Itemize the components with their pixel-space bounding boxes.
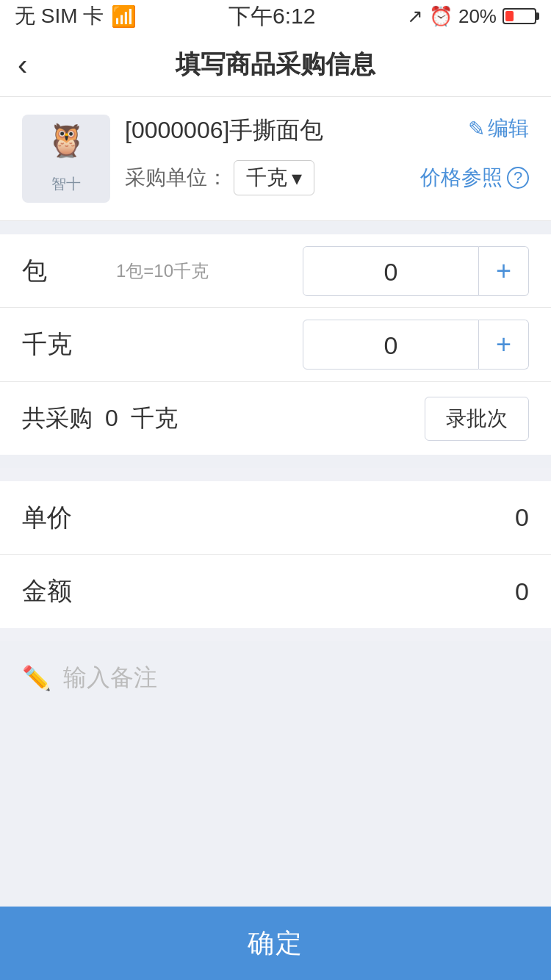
product-name: [0000006]手撕面包 xyxy=(125,115,323,147)
nav-bar: ‹ 填写商品采购信息 xyxy=(0,32,551,97)
total-value: 0 xyxy=(105,405,118,431)
product-header: [0000006]手撕面包 ✎ 编辑 xyxy=(125,115,529,147)
unit-price-label: 单价 xyxy=(22,501,72,535)
total-summary: 共采购 0 千克 xyxy=(22,403,178,435)
status-bar: 无 SIM 卡 📶 下午6:12 ↗ ⏰ 20% xyxy=(0,0,551,32)
price-ref-label: 价格参照 xyxy=(420,164,503,192)
batch-button[interactable]: 录批次 xyxy=(425,397,529,441)
price-section: 单价 0 金额 0 xyxy=(0,481,551,628)
unit-select-button[interactable]: 千克 ▾ xyxy=(234,160,314,195)
quantity-input-section: 包 1包=10千克 0 + 千克 0 + xyxy=(0,234,551,381)
page-title: 填写商品采购信息 xyxy=(176,48,375,82)
bag-label: 包 xyxy=(22,254,110,288)
amount-row: 金额 0 xyxy=(0,555,551,628)
product-thumbnail: 🦉智十 xyxy=(37,133,96,184)
total-row: 共采购 0 千克 录批次 xyxy=(0,381,551,455)
bag-input-control: 0 + xyxy=(209,246,529,296)
amount-label: 金额 xyxy=(22,574,72,608)
unit-label: 采购单位： xyxy=(125,164,228,192)
price-ref-help-icon: ? xyxy=(507,167,529,189)
kg-plus-button[interactable]: + xyxy=(479,320,529,370)
status-left: 无 SIM 卡 📶 xyxy=(15,2,137,30)
battery-percent: 20% xyxy=(458,5,497,28)
kg-input-control: 0 + xyxy=(110,320,529,370)
battery-bar xyxy=(503,8,536,24)
unit-value: 千克 xyxy=(246,164,287,192)
edit-button[interactable]: ✎ 编辑 xyxy=(468,115,529,143)
product-info: [0000006]手撕面包 ✎ 编辑 采购单位： 千克 ▾ 价格参照 ? xyxy=(125,115,529,195)
remarks-section[interactable]: ✏️ 输入备注 xyxy=(0,641,551,715)
bag-number-input[interactable]: 0 xyxy=(303,246,479,296)
product-card: 🦉智十 [0000006]手撕面包 ✎ 编辑 采购单位： 千克 ▾ 价格参照 ? xyxy=(0,97,551,221)
product-unit-row: 采购单位： 千克 ▾ 价格参照 ? xyxy=(125,160,529,195)
product-image: 🦉智十 xyxy=(22,115,110,203)
remarks-placeholder: 输入备注 xyxy=(63,662,157,694)
edit-icon: ✎ xyxy=(468,117,485,141)
kg-input-row: 千克 0 + xyxy=(0,308,551,381)
bag-input-row: 包 1包=10千克 0 + xyxy=(0,234,551,308)
carrier-label: 无 SIM 卡 xyxy=(15,2,104,30)
unit-price-row: 单价 0 xyxy=(0,481,551,555)
battery-fill xyxy=(505,11,514,21)
total-unit: 千克 xyxy=(131,405,178,431)
dropdown-icon: ▾ xyxy=(292,166,302,190)
bag-sub-label: 1包=10千克 xyxy=(116,259,209,283)
wifi-icon: 📶 xyxy=(111,4,137,29)
confirm-button[interactable]: 确定 xyxy=(0,907,551,980)
amount-value: 0 xyxy=(515,577,529,606)
status-time: 下午6:12 xyxy=(228,1,315,32)
section-divider-2 xyxy=(0,455,551,468)
alarm-icon: ⏰ xyxy=(429,5,453,28)
brand-logo: 🦉智十 xyxy=(46,121,87,196)
total-label: 共采购 xyxy=(22,405,93,431)
status-right: ↗ ⏰ 20% xyxy=(407,5,536,28)
location-icon: ↗ xyxy=(407,5,423,28)
main-spacer xyxy=(0,715,551,920)
kg-number-input[interactable]: 0 xyxy=(303,320,479,370)
pencil-icon: ✏️ xyxy=(22,664,51,692)
price-ref-button[interactable]: 价格参照 ? xyxy=(420,164,529,192)
unit-price-value: 0 xyxy=(515,503,529,532)
back-button[interactable]: ‹ xyxy=(18,50,27,79)
bag-plus-button[interactable]: + xyxy=(479,246,529,296)
section-divider-1 xyxy=(0,221,551,234)
kg-label: 千克 xyxy=(22,328,110,361)
